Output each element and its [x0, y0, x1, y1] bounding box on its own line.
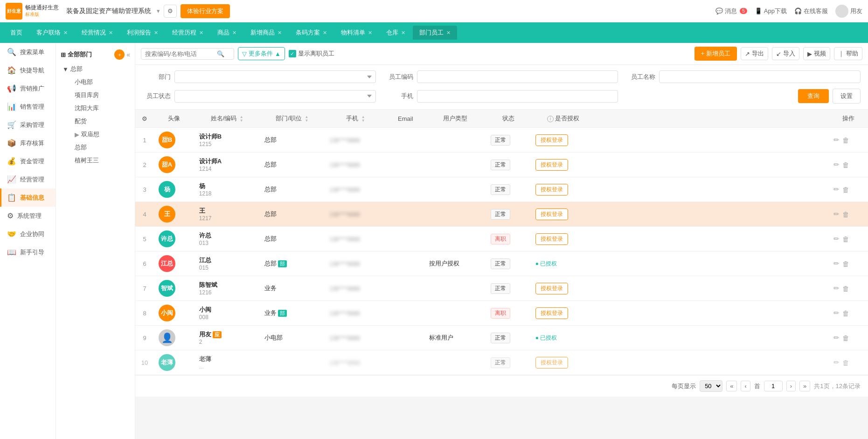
auth-login-button[interactable]: 授权登录 — [535, 357, 568, 369]
edit-icon[interactable]: ✏ — [833, 358, 840, 367]
delete-icon[interactable]: 🗑 — [842, 285, 849, 293]
dept-node-project[interactable]: 项目库房 — [68, 89, 135, 102]
sidebar-item-search[interactable]: 🔍 搜索菜单 — [0, 43, 56, 61]
search-input[interactable] — [145, 50, 215, 57]
dept-node-headquarters-parent[interactable]: ▼ 总部 — [56, 63, 135, 76]
more-filters-button[interactable]: ▽ 更多条件 ▲ — [238, 47, 285, 60]
delete-icon[interactable]: 🗑 — [842, 260, 849, 268]
tab-customer[interactable]: 客户联络 ✕ — [30, 26, 74, 40]
edit-icon[interactable]: ✏ — [833, 136, 840, 144]
sidebar-item-purchase[interactable]: 🛒 采购管理 — [0, 116, 56, 134]
edit-icon[interactable]: ✏ — [833, 284, 840, 293]
first-page-button[interactable]: « — [726, 381, 737, 391]
edit-icon[interactable]: ✏ — [833, 309, 840, 317]
search-icon-btn[interactable]: 🔍 — [217, 50, 224, 57]
delete-icon[interactable]: 🗑 — [842, 235, 849, 243]
dept-filter-select[interactable] — [174, 70, 376, 83]
auth-login-button[interactable]: 授权登录 — [535, 134, 568, 146]
tab-profit[interactable]: 利润报告 ✕ — [120, 26, 165, 40]
col-name[interactable]: 姓名/编码 ▲▼ — [194, 110, 260, 128]
edit-icon[interactable]: ✏ — [833, 210, 840, 218]
sys-title-arrow[interactable]: ▾ — [157, 7, 160, 14]
tab-close-icon[interactable]: ✕ — [401, 30, 405, 36]
help-button[interactable]: ｜ 帮助 — [834, 47, 862, 60]
delete-icon[interactable]: 🗑 — [842, 309, 849, 317]
tab-close-icon[interactable]: ✕ — [63, 30, 68, 36]
tab-add-goods[interactable]: 新增商品 ✕ — [244, 26, 288, 40]
tab-close-icon[interactable]: ✕ — [368, 30, 372, 36]
add-employee-button[interactable]: + 新增员工 — [694, 47, 737, 61]
phone-input[interactable] — [417, 90, 618, 103]
col-settings[interactable]: ⚙ — [135, 110, 154, 128]
edit-icon[interactable]: ✏ — [833, 259, 840, 268]
view-button[interactable]: ▶ 视频 — [803, 47, 830, 60]
tab-goods[interactable]: 商品 ✕ — [211, 26, 243, 40]
tab-barcode[interactable]: 条码方案 ✕ — [289, 26, 333, 40]
tab-close-icon[interactable]: ✕ — [154, 30, 158, 36]
user-menu[interactable]: 用友 — [835, 5, 862, 18]
col-phone[interactable]: 手机 ▲▼ — [325, 110, 386, 128]
last-page-button[interactable]: » — [799, 381, 810, 391]
sidebar-item-finance[interactable]: 💰 资金管理 — [0, 152, 56, 170]
sort-dept-icon[interactable]: ▲▼ — [305, 115, 309, 123]
auth-login-button[interactable]: 授权登录 — [535, 233, 568, 245]
sort-phone-icon[interactable]: ▲▼ — [361, 115, 365, 123]
tab-employees[interactable]: 部门员工 ✕ — [413, 26, 457, 40]
tab-warehouse[interactable]: 仓库 ✕ — [380, 26, 412, 40]
auth-login-button[interactable]: 授权登录 — [535, 209, 568, 220]
dept-add-icon[interactable]: ＋ — [114, 49, 125, 60]
tab-business[interactable]: 经营情况 ✕ — [75, 26, 119, 40]
delete-icon[interactable]: 🗑 — [842, 161, 849, 169]
tab-close-icon[interactable]: ✕ — [278, 30, 282, 36]
auth-login-button[interactable]: 授权登录 — [535, 283, 568, 294]
auth-login-button[interactable]: 授权登录 — [535, 307, 568, 319]
tab-bom[interactable]: 物料清单 ✕ — [334, 26, 379, 40]
emp-status-select[interactable] — [174, 90, 376, 103]
sidebar-item-marketing[interactable]: 📢 营销推广 — [0, 79, 56, 98]
auth-login-button[interactable]: 授权登录 — [535, 184, 568, 195]
sidebar-item-nav[interactable]: 🏠 快捷导航 — [0, 61, 56, 79]
tab-close-icon[interactable]: ✕ — [109, 30, 113, 36]
sidebar-item-inventory[interactable]: 📦 库存核算 — [0, 134, 56, 152]
emp-name-input[interactable] — [659, 70, 861, 83]
next-page-button[interactable]: › — [786, 381, 796, 391]
search-input-wrap[interactable]: 🔍 — [141, 48, 234, 60]
dept-node-plant[interactable]: 植树王三 — [68, 154, 135, 167]
sidebar-item-collab[interactable]: 🤝 企业协同 — [0, 225, 56, 243]
sidebar-item-basic[interactable]: 📋 基础信息 — [0, 188, 56, 207]
dept-node-shenyang[interactable]: 沈阳大库 — [68, 102, 135, 115]
app-download-button[interactable]: 📱 App下载 — [755, 7, 787, 15]
auth-login-button[interactable]: 授权登录 — [535, 159, 568, 171]
tab-close-icon[interactable]: ✕ — [446, 30, 451, 36]
dept-node-distribution[interactable]: 配货 — [68, 115, 135, 128]
gear-button[interactable]: ⚙ — [164, 5, 177, 18]
edit-icon[interactable]: ✏ — [833, 160, 840, 169]
reset-button[interactable]: 设置 — [833, 89, 861, 104]
edit-icon[interactable]: ✏ — [833, 235, 840, 243]
per-page-select[interactable]: 50 — [700, 380, 722, 392]
tab-home[interactable]: 首页 — [4, 26, 29, 40]
delete-icon[interactable]: 🗑 — [842, 186, 849, 194]
messages-button[interactable]: 💬 消息 5 — [715, 7, 747, 15]
sidebar-item-sales[interactable]: 📊 销售管理 — [0, 98, 56, 116]
col-dept[interactable]: 部门/职位 ▲▼ — [260, 110, 325, 128]
online-service-button[interactable]: 🎧 在线客服 — [794, 7, 828, 15]
edit-icon[interactable]: ✏ — [833, 334, 840, 342]
show-resigned-toggle[interactable]: ✓ 显示离职员工 — [289, 49, 334, 58]
delete-icon[interactable]: 🗑 — [842, 359, 849, 367]
import-button[interactable]: ↙ 导入 — [772, 47, 799, 60]
dept-all-label[interactable]: 全部部门 — [68, 50, 92, 59]
sort-name-icon[interactable]: ▲▼ — [240, 115, 243, 123]
sidebar-item-guide[interactable]: 📖 新手引导 — [0, 243, 56, 261]
export-button[interactable]: ↗ 导出 — [741, 47, 768, 60]
emp-code-input[interactable] — [417, 70, 618, 83]
auth-info-icon[interactable]: i — [547, 116, 554, 122]
sidebar-item-system[interactable]: ⚙ 系统管理 — [0, 207, 56, 225]
delete-icon[interactable]: 🗑 — [842, 334, 849, 342]
tab-close-icon[interactable]: ✕ — [199, 30, 203, 36]
delete-icon[interactable]: 🗑 — [842, 210, 849, 218]
page-number-input[interactable] — [764, 381, 783, 391]
prev-page-button[interactable]: ‹ — [741, 381, 750, 391]
dept-collapse-icon[interactable]: « — [126, 51, 130, 58]
edit-icon[interactable]: ✏ — [833, 185, 840, 194]
